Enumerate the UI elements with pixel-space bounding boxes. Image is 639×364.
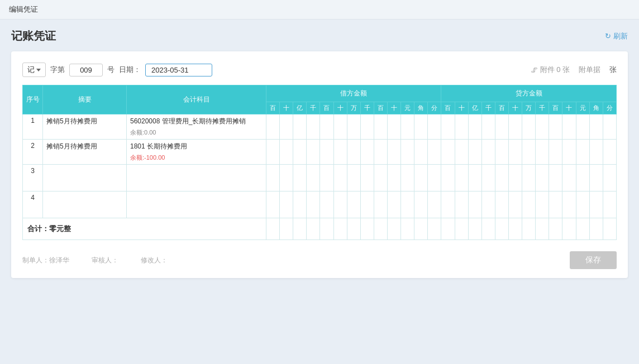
account-cell[interactable] bbox=[127, 191, 266, 218]
summary-cell[interactable] bbox=[43, 191, 127, 218]
debit-d5[interactable] bbox=[320, 140, 333, 165]
account-cell[interactable]: 1801 长期待摊费用 余额:-100.00 bbox=[127, 140, 266, 165]
credit-c10[interactable] bbox=[562, 114, 576, 140]
debit-d9[interactable] bbox=[374, 114, 387, 140]
debit-d11[interactable] bbox=[401, 140, 414, 165]
account-cell[interactable] bbox=[127, 165, 266, 191]
debit-d10[interactable] bbox=[387, 114, 400, 140]
credit-c1[interactable] bbox=[441, 114, 455, 140]
th-c5: 百 bbox=[495, 102, 508, 114]
paperclip-icon: 🖇 bbox=[531, 66, 538, 74]
th-c12: 角 bbox=[589, 102, 603, 114]
total-row: 合计：零元整 bbox=[23, 218, 617, 240]
debit-d6[interactable] bbox=[333, 140, 347, 165]
debit-d2[interactable] bbox=[280, 140, 293, 165]
credit-c12[interactable] bbox=[589, 140, 603, 165]
account-cell[interactable]: 56020008 管理费用_长期待摊费用摊销 余额:0.00 bbox=[127, 114, 266, 140]
credit-c7[interactable] bbox=[522, 140, 536, 165]
refresh-icon: ↻ bbox=[605, 32, 611, 40]
th-c11: 元 bbox=[576, 102, 589, 114]
voucher-card: 记 字第 号 日期： 🖇 附件 0 张 附单据 张 序号 摘要 bbox=[11, 51, 628, 278]
credit-c11[interactable] bbox=[576, 114, 589, 140]
credit-c8[interactable] bbox=[536, 114, 549, 140]
credit-c13[interactable] bbox=[603, 114, 616, 140]
debit-d7[interactable] bbox=[347, 114, 360, 140]
debit-d11[interactable] bbox=[401, 114, 414, 140]
summary-cell[interactable]: 摊销5月待摊费用 bbox=[43, 114, 127, 140]
credit-c6[interactable] bbox=[508, 140, 522, 165]
th-c2: 十 bbox=[455, 102, 468, 114]
credit-c3[interactable] bbox=[468, 140, 481, 165]
table-row: 3 bbox=[23, 165, 617, 191]
form-bar: 记 字第 号 日期： 🖇 附件 0 张 附单据 张 bbox=[22, 63, 617, 77]
debit-d7[interactable] bbox=[347, 140, 360, 165]
credit-c8[interactable] bbox=[536, 140, 549, 165]
modifier-label: 修改人： bbox=[141, 256, 168, 265]
debit-d5[interactable] bbox=[320, 114, 333, 140]
seq-cell: 4 bbox=[23, 191, 43, 218]
credit-c1[interactable] bbox=[441, 140, 455, 165]
debit-d1[interactable] bbox=[266, 114, 280, 140]
seq-cell: 3 bbox=[23, 165, 43, 191]
fudanshu-button[interactable]: 附单据 bbox=[579, 65, 600, 75]
debit-d4[interactable] bbox=[307, 140, 320, 165]
refresh-button[interactable]: ↻ 刷新 bbox=[605, 31, 628, 41]
table-row: 2 摊销5月待摊费用 1801 长期待摊费用 余额:-100.00 bbox=[23, 140, 617, 165]
zi-label: 字第 bbox=[50, 65, 65, 75]
credit-c9[interactable] bbox=[549, 140, 562, 165]
credit-c2[interactable] bbox=[455, 114, 468, 140]
credit-c11[interactable] bbox=[576, 140, 589, 165]
th-d4: 千 bbox=[307, 102, 320, 114]
debit-d12[interactable] bbox=[414, 140, 428, 165]
credit-c4[interactable] bbox=[481, 114, 495, 140]
debit-d8[interactable] bbox=[360, 114, 374, 140]
debit-d4[interactable] bbox=[307, 114, 320, 140]
credit-c6[interactable] bbox=[508, 114, 522, 140]
debit-d3[interactable] bbox=[293, 114, 307, 140]
th-d1: 百 bbox=[266, 102, 280, 114]
credit-c5[interactable] bbox=[495, 114, 508, 140]
table-row: 4 bbox=[23, 191, 617, 218]
reviewer-label: 审核人： bbox=[92, 256, 118, 265]
credit-c5[interactable] bbox=[495, 140, 508, 165]
credit-c10[interactable] bbox=[562, 140, 576, 165]
attach-button[interactable]: 🖇 附件 0 张 bbox=[531, 65, 570, 75]
seq-cell: 2 bbox=[23, 140, 43, 165]
th-d13: 分 bbox=[428, 102, 441, 114]
th-seq: 序号 bbox=[23, 85, 43, 114]
seq-cell: 1 bbox=[23, 114, 43, 140]
credit-c2[interactable] bbox=[455, 140, 468, 165]
debit-d8[interactable] bbox=[360, 140, 374, 165]
date-label: 日期： bbox=[119, 65, 141, 75]
summary-cell[interactable]: 摊销5月待摊费用 bbox=[43, 140, 127, 165]
debit-d1[interactable] bbox=[266, 140, 280, 165]
th-credit: 贷方金额 bbox=[441, 85, 617, 102]
voucher-table: 序号 摘要 会计科目 借方金额 贷方金额 百 十 亿 千 百 十 万 千 百 十 bbox=[22, 85, 617, 240]
th-c3: 亿 bbox=[468, 102, 481, 114]
debit-d9[interactable] bbox=[374, 140, 387, 165]
debit-d12[interactable] bbox=[414, 114, 428, 140]
debit-d3[interactable] bbox=[293, 140, 307, 165]
window-title: 编辑凭证 bbox=[9, 5, 38, 13]
th-d3: 亿 bbox=[293, 102, 307, 114]
credit-c12[interactable] bbox=[589, 114, 603, 140]
debit-d10[interactable] bbox=[387, 140, 400, 165]
debit-d2[interactable] bbox=[280, 114, 293, 140]
chevron-down-icon bbox=[36, 69, 41, 71]
debit-d13[interactable] bbox=[428, 140, 441, 165]
credit-c9[interactable] bbox=[549, 114, 562, 140]
form-bar-right: 🖇 附件 0 张 附单据 张 bbox=[531, 65, 617, 75]
voucher-type-dropdown[interactable]: 记 bbox=[22, 63, 46, 77]
credit-c13[interactable] bbox=[603, 140, 616, 165]
date-input[interactable] bbox=[145, 64, 212, 76]
credit-c7[interactable] bbox=[522, 114, 536, 140]
save-button[interactable]: 保存 bbox=[570, 251, 617, 269]
th-d10: 十 bbox=[387, 102, 400, 114]
debit-d6[interactable] bbox=[333, 114, 347, 140]
credit-c4[interactable] bbox=[481, 140, 495, 165]
credit-c3[interactable] bbox=[468, 114, 481, 140]
debit-d13[interactable] bbox=[428, 114, 441, 140]
voucher-number-input[interactable] bbox=[69, 64, 103, 76]
summary-cell[interactable] bbox=[43, 165, 127, 191]
th-d6: 十 bbox=[333, 102, 347, 114]
